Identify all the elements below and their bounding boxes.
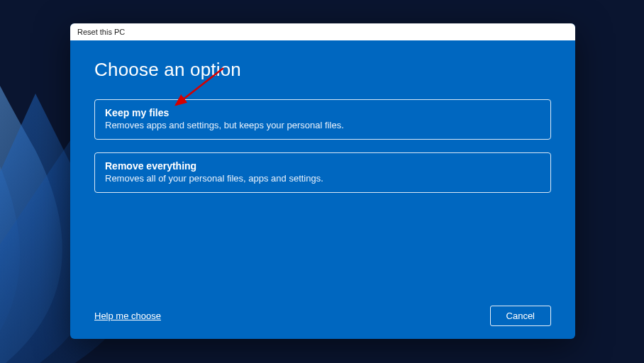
- option-keep-my-files[interactable]: Keep my files Removes apps and settings,…: [94, 99, 551, 140]
- window-title: Reset this PC: [77, 28, 125, 36]
- dialog-footer: Help me choose Cancel: [94, 298, 551, 326]
- dialog-content: Choose an option Keep my files Removes a…: [70, 40, 575, 339]
- cancel-button[interactable]: Cancel: [490, 306, 551, 326]
- option-title: Remove everything: [105, 160, 540, 172]
- dialog-heading: Choose an option: [94, 59, 551, 81]
- window-titlebar: Reset this PC: [70, 23, 575, 40]
- option-remove-everything[interactable]: Remove everything Removes all of your pe…: [94, 152, 551, 193]
- help-me-choose-link[interactable]: Help me choose: [94, 311, 161, 321]
- option-description: Removes apps and settings, but keeps you…: [105, 120, 540, 130]
- reset-pc-dialog: Reset this PC Choose an option Keep my f…: [70, 23, 575, 339]
- option-title: Keep my files: [105, 107, 540, 118]
- option-description: Removes all of your personal files, apps…: [105, 173, 540, 184]
